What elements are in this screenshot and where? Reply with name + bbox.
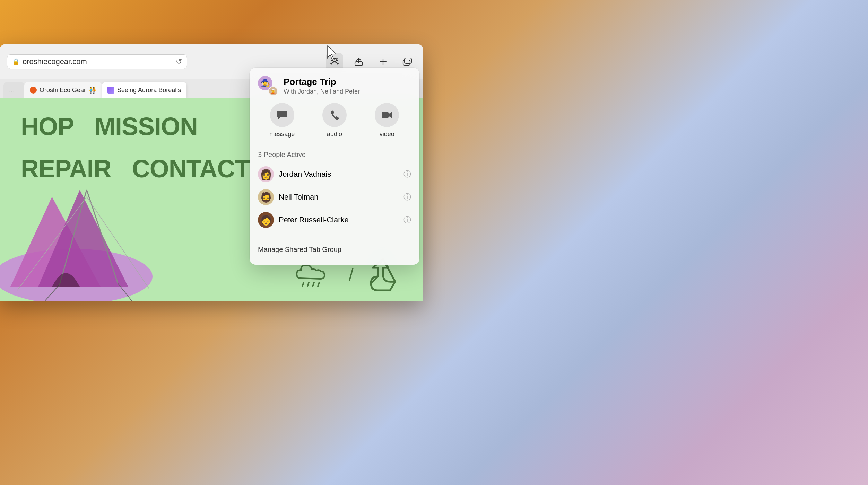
group-name: Portage Trip bbox=[284, 77, 360, 87]
jordan-avatar: 👩 bbox=[258, 166, 274, 182]
svg-line-16 bbox=[318, 282, 319, 286]
person-row-neil[interactable]: 🧔 Neil Tolman ⓘ bbox=[258, 186, 411, 209]
jordan-name: Jordan Vadnais bbox=[279, 170, 399, 179]
person-row-jordan[interactable]: 👩 Jordan Vadnais ⓘ bbox=[258, 163, 411, 186]
video-icon-circle bbox=[375, 103, 399, 127]
message-icon-circle bbox=[270, 103, 294, 127]
action-buttons: message audio video bbox=[258, 103, 411, 138]
oroshi-tab-emoji: 🧑‍🤝‍🧑 bbox=[89, 86, 96, 94]
tab-oroshi-eco-gear[interactable]: Oroshi Eco Gear 🧑‍🤝‍🧑 bbox=[24, 82, 102, 98]
people-active-header: 3 People Active bbox=[258, 151, 411, 159]
aurora-tab-label: Seeing Aurora Borealis bbox=[117, 87, 181, 94]
shared-tab-group-popover: 🧙 🧝 Portage Trip With Jordan, Neil and P… bbox=[250, 68, 419, 265]
oroshi-tab-label: Oroshi Eco Gear bbox=[40, 87, 86, 94]
group-subtitle: With Jordan, Neil and Peter bbox=[284, 88, 360, 95]
video-button[interactable]: video bbox=[363, 103, 411, 138]
svg-line-14 bbox=[307, 282, 309, 286]
neil-info-icon[interactable]: ⓘ bbox=[403, 192, 411, 202]
audio-icon-circle bbox=[322, 103, 347, 127]
address-bar[interactable]: 🔒 oroshiecogear.com ↺ bbox=[7, 54, 187, 69]
message-label: message bbox=[269, 131, 295, 138]
peter-info-icon[interactable]: ⓘ bbox=[403, 215, 411, 225]
divider-1 bbox=[258, 145, 411, 145]
group-avatar: 🧙 🧝 bbox=[258, 76, 278, 96]
oroshi-favicon bbox=[30, 87, 37, 94]
audio-label: audio bbox=[327, 131, 342, 138]
video-label: video bbox=[380, 131, 394, 138]
avatar-small: 🧝 bbox=[268, 86, 278, 96]
popover-header: 🧙 🧝 Portage Trip With Jordan, Neil and P… bbox=[258, 76, 411, 96]
svg-line-13 bbox=[302, 282, 304, 286]
svg-line-15 bbox=[313, 282, 314, 286]
lock-icon: 🔒 bbox=[12, 58, 20, 65]
jordan-info-icon[interactable]: ⓘ bbox=[403, 169, 411, 179]
tent-image bbox=[0, 155, 191, 301]
peter-avatar: 🧑 bbox=[258, 212, 274, 228]
audio-button[interactable]: audio bbox=[310, 103, 358, 138]
neil-name: Neil Tolman bbox=[279, 193, 399, 202]
reload-icon[interactable]: ↺ bbox=[176, 57, 182, 66]
svg-rect-17 bbox=[382, 112, 389, 118]
url-text: oroshiecogear.com bbox=[23, 57, 87, 66]
aurora-favicon bbox=[107, 87, 114, 94]
manage-shared-tab-group-link[interactable]: Manage Shared Tab Group bbox=[258, 243, 411, 256]
prev-tab-label: ... bbox=[9, 86, 15, 94]
tab-seeing-aurora-borealis[interactable]: Seeing Aurora Borealis bbox=[102, 82, 186, 98]
message-button[interactable]: message bbox=[258, 103, 306, 138]
neil-avatar: 🧔 bbox=[258, 189, 274, 205]
group-info: Portage Trip With Jordan, Neil and Peter bbox=[284, 77, 360, 95]
nav-mission[interactable]: MISSION bbox=[95, 112, 198, 141]
peter-name: Peter Russell-Clarke bbox=[279, 215, 399, 224]
tab-previous[interactable]: ... bbox=[3, 82, 24, 98]
divider-2 bbox=[258, 237, 411, 237]
nav-hop[interactable]: HOP bbox=[21, 112, 74, 141]
person-row-peter[interactable]: 🧑 Peter Russell-Clarke ⓘ bbox=[258, 209, 411, 231]
